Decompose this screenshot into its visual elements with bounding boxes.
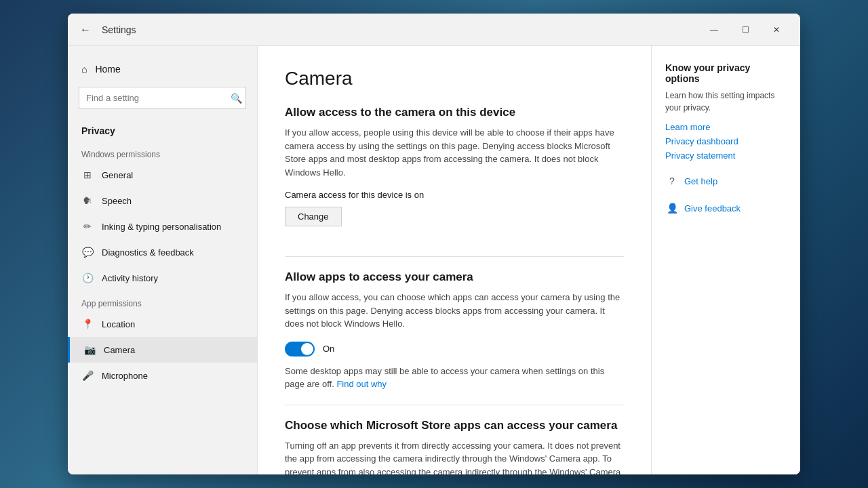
get-help-icon: ?: [665, 174, 679, 188]
privacy-label: Privacy: [68, 115, 257, 142]
section1-title: Allow access to the camera on this devic…: [285, 106, 624, 119]
panel-desc: Learn how this setting impacts your priv…: [665, 89, 787, 114]
camera-status: Camera access for this device is on: [285, 190, 624, 200]
titlebar: ← Settings — ☐ ✕: [68, 14, 800, 46]
give-feedback-icon: 👤: [665, 201, 679, 215]
privacy-dashboard-link[interactable]: Privacy dashboard: [665, 136, 787, 146]
sidebar-item-location[interactable]: 📍 Location: [68, 311, 257, 337]
privacy-statement-link[interactable]: Privacy statement: [665, 150, 787, 161]
diagnostics-label: Diagnostics & feedback: [102, 247, 194, 258]
back-button[interactable]: ←: [76, 20, 95, 39]
microphone-label: Microphone: [102, 371, 148, 381]
inking-label: Inking & typing personalisation: [102, 222, 221, 232]
divider2: [285, 405, 624, 405]
sidebar-item-speech[interactable]: 🗣 Speech: [68, 188, 257, 214]
close-button[interactable]: ✕: [761, 19, 792, 41]
sidebar-item-general[interactable]: ⊞ General: [68, 162, 257, 188]
home-label: Home: [95, 64, 120, 75]
sidebar: ⌂ Home 🔍 Privacy Windows permissions ⊞ G…: [68, 46, 258, 474]
window-title: Settings: [102, 24, 698, 35]
camera-icon: 📷: [83, 344, 96, 356]
speech-label: Speech: [102, 196, 132, 206]
content-area: ⌂ Home 🔍 Privacy Windows permissions ⊞ G…: [68, 46, 800, 474]
give-feedback-action[interactable]: 👤 Give feedback: [665, 201, 787, 215]
general-label: General: [102, 170, 133, 180]
location-label: Location: [102, 319, 135, 329]
general-icon: ⊞: [81, 169, 94, 181]
section3-title: Choose which Microsoft Store apps can ac…: [285, 419, 624, 432]
search-box: 🔍: [79, 87, 246, 109]
learn-more-link[interactable]: Learn more: [665, 122, 787, 132]
note-text-content: Some desktop apps may still be able to a…: [285, 366, 604, 390]
inking-icon: ✏: [81, 220, 94, 232]
sidebar-item-home[interactable]: ⌂ Home: [68, 57, 257, 81]
home-icon: ⌂: [81, 64, 87, 75]
speech-icon: 🗣: [81, 195, 94, 207]
toggle-label: On: [323, 344, 334, 354]
divider1: [285, 256, 624, 257]
activity-label: Activity history: [102, 273, 158, 283]
search-icon: 🔍: [231, 93, 242, 104]
get-help-action[interactable]: ? Get help: [665, 174, 787, 188]
activity-icon: 🕐: [81, 272, 94, 284]
sidebar-item-microphone[interactable]: 🎤 Microphone: [68, 363, 257, 388]
minimize-button[interactable]: —: [698, 19, 730, 41]
give-feedback-label: Give feedback: [684, 203, 741, 214]
location-icon: 📍: [81, 318, 94, 330]
note-text: Some desktop apps may still be able to a…: [285, 365, 624, 391]
window-controls: — ☐ ✕: [698, 19, 792, 41]
sidebar-item-activity[interactable]: 🕐 Activity history: [68, 265, 257, 291]
camera-label: Camera: [104, 345, 135, 355]
toggle-row: On: [285, 342, 624, 357]
section1-desc: If you allow access, people using this d…: [285, 126, 624, 179]
search-input[interactable]: [79, 87, 246, 109]
get-help-label: Get help: [684, 176, 717, 186]
maximize-button[interactable]: ☐: [730, 19, 761, 41]
main-content: Camera Allow access to the camera on thi…: [258, 46, 651, 474]
app-permissions-label: App permissions: [68, 291, 257, 311]
right-panel: Know your privacy options Learn how this…: [651, 46, 800, 474]
microphone-icon: 🎤: [81, 369, 94, 382]
sidebar-item-inking[interactable]: ✏ Inking & typing personalisation: [68, 214, 257, 239]
section2-desc: If you allow access, you can choose whic…: [285, 291, 624, 331]
section3-desc: Turning off an app prevents it from dire…: [285, 439, 624, 475]
sidebar-item-camera[interactable]: 📷 Camera: [68, 337, 257, 363]
diagnostics-icon: 💬: [81, 246, 94, 258]
settings-window: ← Settings — ☐ ✕ ⌂ Home 🔍 Privacy Window…: [68, 14, 800, 474]
panel-title: Know your privacy options: [665, 62, 787, 84]
section2-title: Allow apps to access your camera: [285, 270, 624, 284]
change-button[interactable]: Change: [285, 207, 342, 226]
windows-permissions-label: Windows permissions: [68, 142, 257, 162]
sidebar-item-diagnostics[interactable]: 💬 Diagnostics & feedback: [68, 239, 257, 265]
camera-toggle[interactable]: [285, 342, 315, 357]
page-title: Camera: [285, 68, 624, 89]
find-out-why-link[interactable]: Find out why: [336, 379, 387, 389]
